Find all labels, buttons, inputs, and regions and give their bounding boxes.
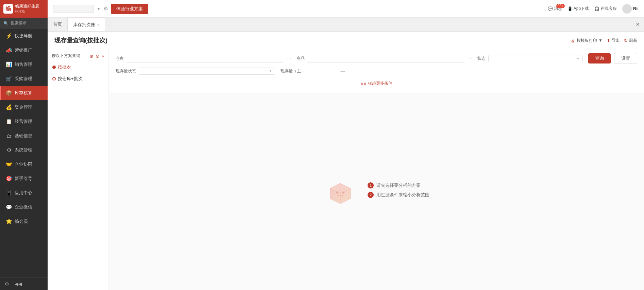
product-more-icon[interactable]: ··· <box>468 56 472 61</box>
tab-inventory-batch[interactable]: 库存批次账 × <box>67 18 105 31</box>
add-plan-icon[interactable]: ⊕ <box>89 53 94 59</box>
sidebar-header: 畅 畅康通好生意 标准版 <box>0 0 48 18</box>
sidebar-item-system[interactable]: ⚙ 系统管理 <box>0 143 48 157</box>
svg-point-3 <box>336 192 338 194</box>
plan-dot-inactive <box>52 77 56 80</box>
empty-state: 1 请先选择要分析的方案 2 用过滤条件来缩小分析范围 <box>109 93 644 290</box>
export-btn[interactable]: ⬆ 导出 <box>607 38 620 43</box>
wechat-icon: 💬 <box>6 204 12 210</box>
sidebar-label-member: 畅会员 <box>15 218 28 224</box>
collapse-row[interactable]: ∧∧ 收起更多条件 <box>116 78 637 88</box>
app-download-btn[interactable]: 📱 App下载 <box>567 6 589 12</box>
inventory-amount-field: 现存量（主） — <box>281 67 440 75</box>
sidebar-label-purchase: 采购管理 <box>15 76 32 82</box>
product-input[interactable] <box>307 55 464 62</box>
print-dropdown-icon[interactable]: ▼ <box>598 38 603 43</box>
experience-btn[interactable]: 体验行业方案 <box>111 4 148 14</box>
sidebar: 畅 畅康通好生意 标准版 🔍 搜索菜单 ⚡ 快捷导航 📣 营销推广 📊 销售管理… <box>0 0 48 290</box>
filter-actions: 查询 设置 <box>588 53 637 64</box>
filter-row-2: 现存量状态 ▼ 现存量（主） — <box>116 67 637 75</box>
sidebar-item-sales[interactable]: 📊 销售管理 <box>0 57 48 72</box>
inventory-status-select[interactable]: ▼ <box>139 68 275 75</box>
inventory-amount-to[interactable] <box>350 67 377 75</box>
sidebar-item-marketing[interactable]: 📣 营销推广 <box>0 43 48 57</box>
tab-home[interactable]: 首页 <box>48 18 67 31</box>
page-close-btn[interactable]: ✕ <box>632 19 644 30</box>
filter-area: 仓库 ··· 商品 ··· 状态 <box>109 48 644 93</box>
avatar <box>622 4 632 14</box>
sidebar-item-basic[interactable]: 🗂 基础信息 <box>0 129 48 143</box>
range-dash: — <box>340 69 345 74</box>
product-label: 商品 <box>296 56 305 61</box>
warehouse-input[interactable] <box>126 55 283 62</box>
marketing-icon: 📣 <box>6 47 12 53</box>
topbar-gear-icon[interactable]: ⚙ <box>103 5 108 12</box>
sidebar-label-system: 系统管理 <box>15 147 32 153</box>
refresh-icon: ↻ <box>624 38 628 43</box>
sales-icon: 📊 <box>6 61 12 68</box>
collapse-panel-icon[interactable]: « <box>102 53 104 59</box>
plan-item-warehouse-batch[interactable]: 按仓库+批次 <box>48 73 108 85</box>
refresh-btn[interactable]: ↻ 刷新 <box>624 38 637 43</box>
topbar-search-input[interactable] <box>53 5 94 13</box>
warehouse-more-icon[interactable]: ··· <box>287 56 291 61</box>
sidebar-item-inventory[interactable]: 📦 库存核算 <box>0 86 48 100</box>
sidebar-footer: ⚙ ◀◀ <box>0 277 48 290</box>
step-num-1: 1 <box>368 182 374 188</box>
export-icon: ⬆ <box>607 38 610 43</box>
product-field: 商品 ··· <box>296 55 472 62</box>
sidebar-search-label: 搜索菜单 <box>11 20 27 26</box>
topbar: ▼ ⚙ 体验行业方案 💬 消息 99+ 📱 App下载 🎧 在线客服 Rit <box>48 0 644 18</box>
sidebar-label-sales: 销售管理 <box>15 61 32 68</box>
page-actions: 🖨 按模板打印 ▼ ⬆ 导出 ↻ 刷新 <box>571 38 637 43</box>
sidebar-item-member[interactable]: ⭐ 畅会员 <box>0 214 48 229</box>
body-wrap: 按以下方案查询 ⊕ ⊙ « 按批次 按仓库+批次 <box>48 48 644 290</box>
manage-plan-icon[interactable]: ⊙ <box>96 53 100 59</box>
app-title: 畅康通好生意 <box>15 4 39 9</box>
inventory-amount-from[interactable] <box>308 67 335 75</box>
sidebar-item-appstore[interactable]: 📱 应用中心 <box>0 186 48 200</box>
user-info[interactable]: Rit <box>622 4 639 14</box>
topbar-dropdown-icon[interactable]: ▼ <box>97 6 101 11</box>
panel-header-icons: ⊕ ⊙ « <box>89 53 104 59</box>
inventory-status-label: 现存量状态 <box>116 68 136 74</box>
filter-row-1: 仓库 ··· 商品 ··· 状态 <box>116 53 637 64</box>
page-title: 现存量查询(按批次) <box>54 36 107 44</box>
message-btn[interactable]: 💬 消息 99+ <box>548 6 562 12</box>
tab-inventory-label: 库存批次账 <box>73 22 95 28</box>
topbar-right: 💬 消息 99+ 📱 App下载 🎧 在线客服 Rit <box>548 4 639 14</box>
sidebar-item-wechat[interactable]: 💬 企业微信 <box>0 200 48 214</box>
svg-point-4 <box>342 192 344 194</box>
settings-icon[interactable]: ⚙ <box>5 281 9 287</box>
print-btn[interactable]: 🖨 按模板打印 ▼ <box>571 38 603 43</box>
empty-box-svg <box>325 177 356 207</box>
plan-item-batch[interactable]: 按批次 <box>48 61 108 73</box>
status-select[interactable]: ▼ <box>488 55 583 62</box>
sidebar-item-operation[interactable]: 📋 经营管理 <box>0 114 48 129</box>
query-button[interactable]: 查询 <box>588 53 611 64</box>
member-icon: ⭐ <box>6 218 12 224</box>
quick-nav-icon: ⚡ <box>6 33 12 39</box>
sidebar-item-finance[interactable]: 💰 资金管理 <box>0 100 48 114</box>
sidebar-label-quick-nav: 快捷导航 <box>15 33 32 39</box>
plan-label-warehouse-batch: 按仓库+批次 <box>58 76 83 82</box>
setting-button[interactable]: 设置 <box>614 53 637 64</box>
basic-icon: 🗂 <box>6 133 12 139</box>
sidebar-label-appstore: 应用中心 <box>15 190 32 196</box>
topbar-left: ▼ ⚙ 体验行业方案 <box>53 4 544 14</box>
sidebar-item-newbie[interactable]: 🎯 新手引导 <box>0 171 48 186</box>
sidebar-search-btn[interactable]: 🔍 搜索菜单 <box>0 18 48 29</box>
message-icon: 💬 <box>548 6 553 11</box>
left-panel: 按以下方案查询 ⊕ ⊙ « 按批次 按仓库+批次 <box>48 48 109 290</box>
sidebar-label-newbie: 新手引导 <box>15 176 32 182</box>
sidebar-item-enterprise[interactable]: 🤝 企业协同 <box>0 157 48 171</box>
sidebar-item-quick-nav[interactable]: ⚡ 快捷导航 <box>0 29 48 43</box>
online-service-btn[interactable]: 🎧 在线客服 <box>594 6 617 12</box>
sidebar-item-purchase[interactable]: 🛒 采购管理 <box>0 72 48 86</box>
print-icon: 🖨 <box>571 38 575 43</box>
collapse-icon[interactable]: ◀◀ <box>15 281 22 287</box>
inventory-status-arrow-icon: ▼ <box>269 69 272 73</box>
tab-close-icon[interactable]: × <box>97 23 99 27</box>
collapse-label: 收起更多条件 <box>368 80 392 86</box>
appstore-icon: 📱 <box>6 190 12 196</box>
